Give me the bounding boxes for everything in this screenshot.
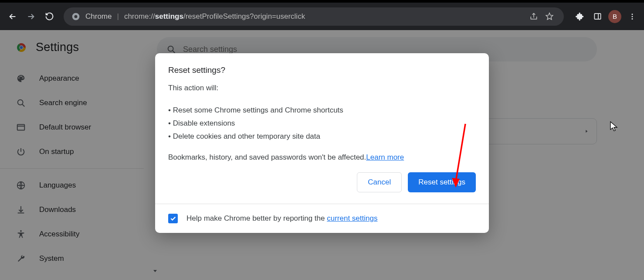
cancel-button[interactable]: Cancel: [357, 172, 402, 192]
svg-point-5: [632, 16, 633, 17]
side-panel-icon[interactable]: [591, 10, 604, 23]
dialog-bullets: • Reset some Chrome settings and Chrome …: [168, 104, 476, 143]
address-separator: |: [117, 12, 119, 21]
reset-settings-dialog: Reset settings? This action will: • Rese…: [155, 53, 489, 233]
report-checkbox[interactable]: [168, 214, 178, 223]
address-bar[interactable]: Chrome | chrome://settings/resetProfileS…: [64, 7, 564, 26]
address-url: chrome://settings/resetProfileSettings?o…: [124, 12, 305, 21]
share-icon[interactable]: [527, 10, 540, 23]
reload-button[interactable]: [42, 9, 57, 24]
dialog-footer-text: Help make Chrome better by reporting the…: [186, 214, 377, 223]
dialog-lead: This action will:: [168, 84, 476, 92]
back-button[interactable]: [5, 9, 20, 24]
svg-point-6: [632, 18, 633, 19]
toolbar-right: B: [571, 10, 639, 23]
chrome-page-icon: [71, 12, 80, 21]
browser-toolbar: Chrome | chrome://settings/resetProfileS…: [0, 0, 644, 30]
address-site-label: Chrome: [85, 12, 112, 21]
reset-settings-button[interactable]: Reset settings: [408, 172, 476, 192]
svg-point-4: [632, 14, 633, 15]
dialog-note: Bookmarks, history, and saved passwords …: [168, 153, 476, 162]
dialog-title: Reset settings?: [168, 65, 476, 75]
profile-avatar[interactable]: B: [608, 10, 621, 23]
dialog-footer: Help make Chrome better by reporting the…: [155, 204, 489, 233]
bookmark-star-icon[interactable]: [543, 10, 556, 23]
learn-more-link[interactable]: Learn more: [366, 153, 404, 161]
svg-rect-2: [594, 14, 600, 19]
menu-icon[interactable]: [626, 10, 639, 23]
forward-button[interactable]: [24, 9, 38, 24]
svg-point-1: [75, 15, 78, 18]
current-settings-link[interactable]: current settings: [327, 214, 377, 222]
extensions-icon[interactable]: [573, 10, 586, 23]
